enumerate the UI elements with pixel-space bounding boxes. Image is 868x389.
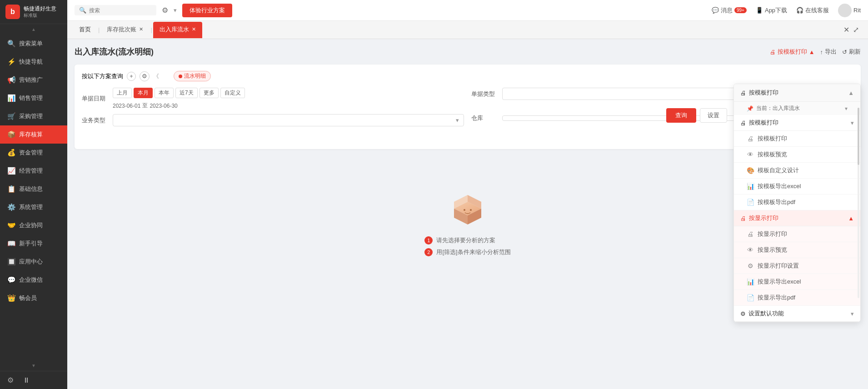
display-print-item-icon: 🖨 (747, 230, 754, 238)
display-print-section-title: 🖨 按显示打印 (740, 214, 778, 222)
sidebar-item-finance[interactable]: 💰资金管理 (0, 144, 67, 162)
pdf-item-icon: 📄 (747, 199, 754, 206)
dropdown-item-template-custom[interactable]: 🎨 模板自定义设计 (734, 163, 860, 179)
dropdown-item-display-preview[interactable]: 👁 按显示预览 (734, 242, 860, 258)
date-prev-month[interactable]: 上月 (113, 88, 132, 98)
sidebar-item-apps[interactable]: 🔲应用中心 (0, 253, 67, 271)
settings-bottom-icon[interactable]: ⚙ (7, 376, 14, 384)
sidebar-scroll-down[interactable]: ▼ (31, 362, 36, 369)
dropdown-scrollbar[interactable] (858, 108, 859, 298)
printer-header-icon: 🖨 (740, 90, 746, 96)
date-range-sep: 至 (142, 102, 148, 110)
online-service-button[interactable]: 🎧 在线客服 (796, 6, 829, 15)
member-icon: 👑 (7, 294, 15, 302)
template-print-section-header[interactable]: 🖨 按模板打印 ▾ (734, 115, 860, 131)
filter-collapse-icon[interactable]: 《 (153, 72, 159, 80)
topbar-chevron-icon[interactable]: ▾ (174, 7, 177, 14)
dropdown-item-template-preview[interactable]: 👁 按模板预览 (734, 147, 860, 163)
display-pdf-icon: 📄 (747, 294, 754, 301)
sidebar-logo: b 畅捷通好生意 标准版 (0, 0, 67, 24)
current-chevron-icon: ▾ (845, 105, 848, 112)
set-default-section-header[interactable]: ⚙ 设置默认功能 ▾ (734, 306, 860, 322)
display-section-chevron: ▲ (848, 215, 854, 222)
template-print-items: 🖨 按模板打印 👁 按模板预览 🎨 模板自定义设计 📊 按模板导出excel 📄 (734, 131, 860, 210)
sidebar-item-system[interactable]: ⚙️系统管理 (0, 198, 67, 216)
date-curr-year[interactable]: 本年 (155, 88, 174, 98)
sidebar-item-quicknav[interactable]: ⚡快捷导航 (0, 53, 67, 71)
filter-settings-button[interactable]: ⚙ (140, 71, 150, 81)
filter-section-title: 按以下方案查询 (82, 72, 123, 80)
close-window-button[interactable]: ✕ (843, 25, 849, 34)
dropdown-item-template-pdf[interactable]: 📄 按模板导出pdf (734, 194, 860, 210)
date-range-end: 2023-06-30 (150, 103, 177, 109)
display-print-section-header[interactable]: 🖨 按显示打印 ▲ (734, 210, 860, 226)
sidebar-item-inventory[interactable]: 📦库存核算 (0, 125, 67, 144)
dropdown-item-display-settings[interactable]: ⚙ 按显示打印设置 (734, 258, 860, 274)
dropdown-close-icon[interactable]: ▲ (848, 90, 854, 96)
export-button[interactable]: ↑ 导出 (820, 48, 837, 56)
sidebar-item-guide[interactable]: 📖新手引导 (0, 234, 67, 253)
settings-button[interactable]: 设置 (700, 108, 727, 123)
dropdown-item-display-print[interactable]: 🖨 按显示打印 (734, 226, 860, 242)
brand-name: 畅捷通好生意 (24, 5, 56, 13)
sidebar-item-member[interactable]: 👑畅会员 (0, 289, 67, 307)
sidebar-bottom: ⚙ ⏸ (0, 371, 67, 389)
dropdown-item-template-print[interactable]: 🖨 按模板打印 (734, 131, 860, 147)
sidebar-item-marketing[interactable]: 📢营销推广 (0, 71, 67, 89)
display-settings-icon: ⚙ (747, 262, 754, 269)
date-last7[interactable]: 近7天 (175, 88, 198, 98)
refresh-button[interactable]: ↺ 刷新 (842, 48, 861, 56)
display-print-icon: 🖨 (740, 215, 746, 222)
app-download-button[interactable]: 📱 App下载 (756, 6, 787, 15)
topbar: 🔍 ⚙ ▾ 体验行业方案 💬 消息 99+ 📱 App下载 🎧 在线客服 Rit (67, 0, 868, 21)
date-custom[interactable]: 自定义 (220, 88, 245, 98)
print-template-dropdown[interactable]: 🖨 按模板打印 ▲ (770, 48, 815, 56)
user-avatar-area[interactable]: Rit (838, 4, 861, 17)
biz-type-chevron: ▾ (456, 117, 459, 124)
tab-inout-flow-close[interactable]: ✕ (192, 26, 196, 32)
dropdown-item-display-pdf[interactable]: 📄 按显示导出pdf (734, 290, 860, 306)
display-excel-icon: 📊 (747, 278, 754, 285)
sidebar-scroll-up[interactable]: ▲ (31, 26, 36, 33)
excel-item-icon: 📊 (747, 183, 754, 190)
biz-type-select[interactable]: ▾ (113, 114, 464, 126)
sidebar-nav: 🔍搜索菜单 ⚡快捷导航 📢营销推广 📊销售管理 🛒采购管理 📦库存核算 💰资金管… (0, 35, 67, 360)
finance-icon: 💰 (7, 149, 15, 157)
sidebar-item-wechat[interactable]: 💬企业微信 (0, 271, 67, 289)
sidebar-item-basic[interactable]: 📋基础信息 (0, 180, 67, 198)
topbar-search-box[interactable]: 🔍 (75, 5, 156, 15)
warehouse-label: 仓库 (471, 114, 499, 122)
sidebar-item-sales[interactable]: 📊销售管理 (0, 89, 67, 107)
topbar-gear-icon[interactable]: ⚙ (162, 6, 168, 15)
chevron-up-icon: ▲ (809, 49, 815, 55)
industry-solution-button[interactable]: 体验行业方案 (182, 4, 232, 17)
tab-inventory-batch-close[interactable]: ✕ (139, 26, 143, 32)
filter-header: 按以下方案查询 + ⚙ 《 流水明细 (82, 71, 853, 81)
empty-step-2-label: 用[筛选]条件来缩小分析范围 (436, 248, 510, 256)
page-main: 出入库流水(流水明细) 🖨 按模板打印 ▲ ↑ 导出 ↺ 刷新 (67, 39, 868, 389)
date-more[interactable]: 更多 (200, 88, 219, 98)
dropdown-item-display-excel[interactable]: 📊 按显示导出excel (734, 274, 860, 290)
query-button[interactable]: 查询 (666, 108, 696, 123)
tab-inout-flow[interactable]: 出入库流水 ✕ (153, 22, 202, 38)
template-print-icon: 🖨 (740, 120, 746, 126)
tab-home[interactable]: 首页 (73, 22, 97, 38)
current-indicator-icon: 📌 (747, 105, 753, 112)
tab-inventory-batch[interactable]: 库存批次账 ✕ (100, 22, 150, 38)
filter-scheme-tag[interactable]: 流水明细 (174, 71, 211, 81)
date-filter-label: 单据日期 (82, 95, 109, 103)
dropdown-item-template-excel[interactable]: 📊 按模板导出excel (734, 179, 860, 194)
message-badge: 99+ (734, 7, 747, 13)
sidebar-item-purchase[interactable]: 🛒采购管理 (0, 107, 67, 125)
sidebar-item-search[interactable]: 🔍搜索菜单 (0, 35, 67, 53)
sidebar: b 畅捷通好生意 标准版 ▲ 🔍搜索菜单 ⚡快捷导航 📢营销推广 📊销售管理 🛒… (0, 0, 67, 389)
maximize-window-button[interactable]: ⤢ (853, 25, 859, 34)
message-button[interactable]: 💬 消息 99+ (712, 6, 747, 15)
collapse-sidebar-icon[interactable]: ⏸ (23, 376, 30, 384)
sidebar-item-operation[interactable]: 📈经营管理 (0, 162, 67, 180)
set-default-section-title: ⚙ 设置默认功能 (740, 309, 784, 318)
sidebar-item-company[interactable]: 🤝企业协同 (0, 216, 67, 234)
date-curr-month[interactable]: 本月 (134, 88, 153, 98)
filter-add-button[interactable]: + (127, 72, 136, 81)
search-input[interactable] (89, 7, 144, 14)
